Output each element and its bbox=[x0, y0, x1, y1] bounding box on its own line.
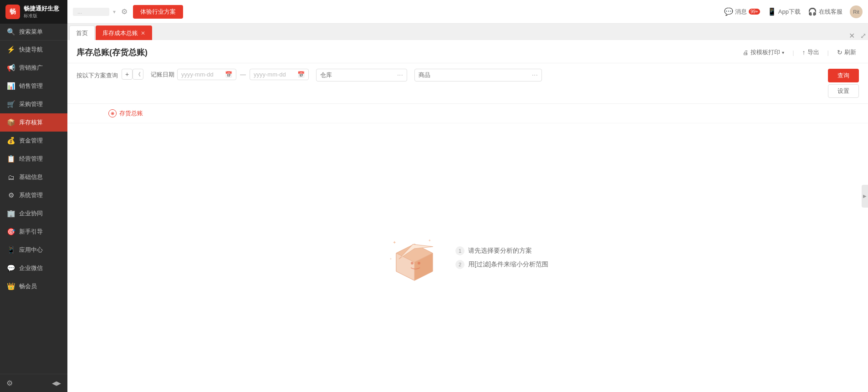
sidebar-item-label: 经营管理 bbox=[19, 155, 43, 163]
message-action[interactable]: 💬 消息 99+ bbox=[724, 7, 760, 16]
search-icon: 🔍 bbox=[6, 27, 15, 36]
topbar: ... ▾ ⚙ 体验行业方案 💬 消息 99+ 📱 App下载 🎧 在线客服 bbox=[67, 0, 868, 24]
message-label: 消息 bbox=[735, 8, 747, 16]
svg-text:✦: ✦ bbox=[428, 239, 431, 243]
tab-close-icon[interactable]: ✕ bbox=[141, 30, 145, 36]
sidebar-nav: 🔍 搜索菜单 ⚡ 快捷导航 📢 营销推广 📊 销售管理 🛒 采购管理 📦 库存核… bbox=[0, 24, 67, 374]
sidebar-item-quick-nav[interactable]: ⚡ 快捷导航 bbox=[0, 41, 67, 59]
topbar-left: ... ▾ ⚙ 体验行业方案 bbox=[73, 5, 724, 19]
sidebar-item-label: 新手引导 bbox=[19, 228, 43, 236]
refresh-button[interactable]: ↻ 刷新 bbox=[834, 46, 859, 58]
sidebar-item-wechat[interactable]: 💬 企业微信 bbox=[0, 259, 67, 277]
logo-icon: 畅 bbox=[5, 5, 20, 19]
refresh-icon: ↻ bbox=[837, 49, 842, 56]
export-button[interactable]: ↑ 导出 bbox=[800, 46, 822, 58]
sidebar-item-inventory[interactable]: 📦 库存核算 bbox=[0, 113, 67, 132]
basic-info-icon: 🗂 bbox=[6, 173, 15, 182]
filter-collapse-button[interactable]: 《 bbox=[133, 69, 143, 80]
sidebar-item-purchase[interactable]: 🛒 采购管理 bbox=[0, 95, 67, 113]
calendar-start-icon[interactable]: 📅 bbox=[225, 71, 232, 78]
scheme-label: 存货总账 bbox=[119, 109, 143, 117]
calendar-end-icon[interactable]: 📅 bbox=[297, 71, 305, 78]
search-button[interactable]: 查询 bbox=[828, 69, 859, 82]
step1-num: 1 bbox=[459, 248, 461, 254]
warehouse-more-icon[interactable]: ··· bbox=[397, 71, 403, 79]
sidebar-item-operations[interactable]: 📋 经营管理 bbox=[0, 150, 67, 168]
headset-icon: 🎧 bbox=[808, 7, 817, 16]
footer-settings-icon[interactable]: ⚙ bbox=[6, 379, 13, 387]
date-separator: — bbox=[240, 71, 246, 78]
filter-add-button[interactable]: + bbox=[122, 69, 133, 80]
date-start-input[interactable]: yyyy-mm-dd 📅 bbox=[177, 69, 236, 80]
tab-home[interactable]: 首页 bbox=[69, 25, 95, 40]
purchase-icon: 🛒 bbox=[6, 100, 15, 109]
sidebar-item-system[interactable]: ⚙ 系统管理 bbox=[0, 186, 67, 204]
sidebar-item-sales[interactable]: 📊 销售管理 bbox=[0, 77, 67, 95]
goods-filter[interactable]: 商品 ··· bbox=[414, 69, 542, 81]
app-download-action[interactable]: 📱 App下载 bbox=[767, 7, 801, 16]
empty-state: ✦ ✦ ✦ 1 请先选择要分析的方案 2 用[过滤]条件来缩小分析范围 bbox=[67, 123, 868, 392]
breadcrumb-text: ... bbox=[73, 8, 109, 16]
export-icon: ↑ bbox=[802, 49, 806, 56]
brand-name: 畅捷通好生意 bbox=[24, 5, 59, 13]
sidebar-item-marketing[interactable]: 📢 营销推广 bbox=[0, 59, 67, 77]
empty-step2: 2 用[过滤]条件来缩小分析范围 bbox=[455, 260, 548, 269]
sidebar: 畅 畅捷通好生意 标准版 🔍 搜索菜单 ⚡ 快捷导航 📢 营销推广 📊 销售管理… bbox=[0, 0, 67, 392]
empty-text: 1 请先选择要分析的方案 2 用[过滤]条件来缩小分析范围 bbox=[455, 246, 548, 269]
tab-home-label: 首页 bbox=[76, 29, 88, 37]
breadcrumb-chevron-icon[interactable]: ▾ bbox=[113, 9, 116, 15]
message-badge: 99+ bbox=[749, 9, 760, 15]
page-title: 库存总账(存货总账) bbox=[77, 47, 148, 58]
sidebar-item-enterprise[interactable]: 🏢 企业协同 bbox=[0, 204, 67, 223]
right-panel-toggle[interactable]: ▶ bbox=[862, 185, 868, 208]
sidebar-item-label: 采购管理 bbox=[19, 100, 43, 108]
sidebar-footer: ⚙ ◀▶ bbox=[0, 374, 67, 392]
online-service-action[interactable]: 🎧 在线客服 bbox=[808, 7, 842, 16]
sidebar-item-finance[interactable]: 💰 资金管理 bbox=[0, 132, 67, 150]
sidebar-item-guide[interactable]: 🎯 新手引导 bbox=[0, 223, 67, 241]
search-menu-label: 搜索菜单 bbox=[19, 28, 43, 36]
logo-text: 畅捷通好生意 标准版 bbox=[24, 5, 59, 19]
svg-text:✦: ✦ bbox=[389, 257, 392, 260]
svg-point-6 bbox=[418, 262, 420, 265]
sidebar-item-basic-info[interactable]: 🗂 基础信息 bbox=[0, 168, 67, 186]
guide-icon: 🎯 bbox=[6, 227, 15, 236]
warehouse-filter[interactable]: 仓库 ··· bbox=[316, 69, 407, 81]
user-avatar-action[interactable]: Rit bbox=[850, 5, 863, 18]
settings-button[interactable]: 设置 bbox=[828, 84, 859, 98]
app-center-icon: 📱 bbox=[6, 245, 15, 255]
goods-more-icon[interactable]: ··· bbox=[532, 71, 538, 79]
footer-collapse-icon[interactable]: ◀▶ bbox=[52, 380, 61, 387]
sidebar-logo: 畅 畅捷通好生意 标准版 bbox=[0, 0, 67, 24]
enterprise-icon: 🏢 bbox=[6, 209, 15, 218]
print-button[interactable]: 🖨 按模板打印 ▾ bbox=[740, 46, 787, 58]
sidebar-item-member[interactable]: 👑 畅会员 bbox=[0, 277, 67, 295]
right-panel-icon: ▶ bbox=[863, 193, 868, 199]
page-content: 库存总账(存货总账) 🖨 按模板打印 ▾ | ↑ 导出 | ↻ 刷新 bbox=[67, 40, 868, 392]
sidebar-item-label: 系统管理 bbox=[19, 191, 43, 199]
scheme-item[interactable]: ❋ 存货总账 bbox=[104, 107, 148, 119]
quick-nav-icon: ⚡ bbox=[6, 45, 15, 54]
date-end-input[interactable]: yyyy-mm-dd 📅 bbox=[250, 69, 309, 80]
print-label: 按模板打印 bbox=[751, 48, 780, 56]
sidebar-item-label: 销售管理 bbox=[19, 82, 43, 90]
print-icon: 🖨 bbox=[743, 49, 749, 56]
online-service-label: 在线客服 bbox=[819, 8, 842, 16]
app-download-label: App下载 bbox=[778, 8, 801, 16]
tab-inventory-ledger[interactable]: 库存成本总账 ✕ bbox=[96, 25, 152, 40]
step2-text: 用[过滤]条件来缩小分析范围 bbox=[468, 260, 548, 269]
industry-solution-button[interactable]: 体验行业方案 bbox=[133, 5, 183, 19]
search-menu-item[interactable]: 🔍 搜索菜单 bbox=[0, 24, 67, 41]
warehouse-filter-group: 仓库 ··· bbox=[316, 69, 407, 81]
filter-buttons: 查询 设置 bbox=[828, 69, 859, 98]
empty-step1: 1 请先选择要分析的方案 bbox=[455, 246, 548, 255]
topbar-gear-icon[interactable]: ⚙ bbox=[119, 5, 129, 18]
avatar: Rit bbox=[850, 5, 863, 18]
panel-close-icon[interactable]: ✕ bbox=[845, 31, 858, 40]
sidebar-item-app-center[interactable]: 📱 应用中心 bbox=[0, 241, 67, 259]
panel-expand-icon[interactable]: ⤢ bbox=[858, 31, 868, 40]
goods-label: 商品 bbox=[419, 71, 430, 79]
box-svg: ✦ ✦ ✦ bbox=[387, 230, 442, 285]
sidebar-item-label: 资金管理 bbox=[19, 137, 43, 145]
goods-filter-group: 商品 ··· bbox=[414, 69, 542, 81]
